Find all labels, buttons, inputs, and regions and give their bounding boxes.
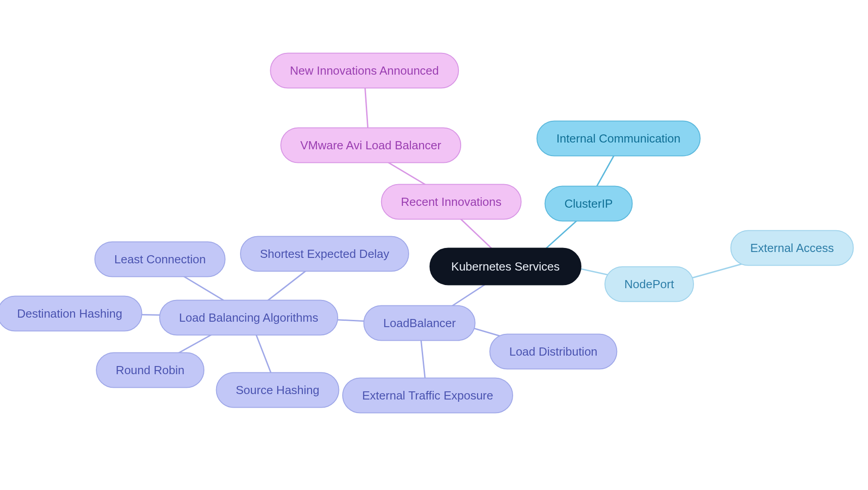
internal-communication-node[interactable]: Internal Communication [537,121,701,157]
external-traffic-node[interactable]: External Traffic Exposure [342,378,513,414]
vmware-avi-node[interactable]: VMware Avi Load Balancer [280,128,461,163]
recent-innovations-node[interactable]: Recent Innovations [381,184,522,220]
load-distribution-node[interactable]: Load Distribution [489,334,617,370]
external-access-node[interactable]: External Access [731,230,854,266]
shortest-delay-node[interactable]: Shortest Expected Delay [240,236,409,272]
loadbalancer-node[interactable]: LoadBalancer [363,305,476,341]
least-connection-node[interactable]: Least Connection [94,242,226,277]
destination-hashing-node[interactable]: Destination Hashing [0,296,142,332]
mindmap-canvas: Kubernetes Services Recent Innovations V… [0,0,868,490]
clusterip-node[interactable]: ClusterIP [545,186,633,222]
lb-algorithms-node[interactable]: Load Balancing Algorithms [159,300,338,336]
root-node[interactable]: Kubernetes Services [429,248,581,285]
round-robin-node[interactable]: Round Robin [96,352,204,388]
new-innovations-node[interactable]: New Innovations Announced [270,53,459,89]
nodeport-node[interactable]: NodePort [604,266,694,302]
source-hashing-node[interactable]: Source Hashing [216,372,340,408]
